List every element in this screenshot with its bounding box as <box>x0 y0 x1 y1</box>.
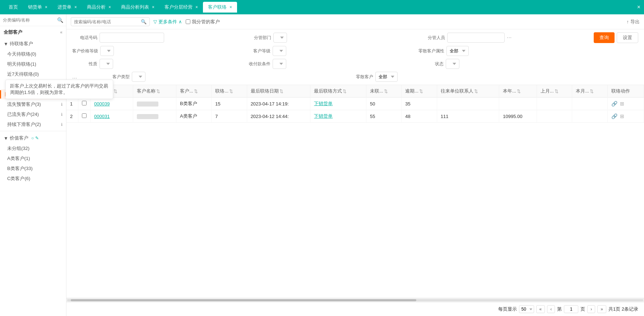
price-level-select[interactable] <box>100 46 114 56</box>
person-more-icon[interactable]: ··· <box>507 34 511 41</box>
close-product-list-icon[interactable]: × <box>152 5 154 10</box>
tab-home[interactable]: 首页 <box>4 2 23 13</box>
next-page-btn[interactable]: › <box>587 305 595 313</box>
edit-icon[interactable]: ✎ <box>35 136 39 141</box>
action-grid-icon-2[interactable]: ⊞ <box>620 113 624 119</box>
collapse-icon[interactable]: « <box>60 30 62 35</box>
sort-last-contact-date[interactable]: 最后联络日期 ⇅ <box>251 88 307 94</box>
person-input[interactable] <box>447 33 505 43</box>
sidebar-item-classA[interactable]: A类客户(1) <box>0 154 66 164</box>
customer-code-link-1[interactable]: 000039 <box>94 101 110 107</box>
sidebar-item-tomorrow[interactable]: 明天待联络(1) <box>0 59 66 69</box>
tab-customer-segment-label: 客户分层经营 <box>165 4 193 10</box>
sidebar-item-7days[interactable]: 近7天待联络(0) <box>0 69 66 79</box>
cell-checkbox-1 <box>78 98 91 110</box>
tab-product-list[interactable]: 商品分析列表 × <box>116 2 159 13</box>
prev-page-btn[interactable]: ‹ <box>547 305 555 313</box>
last-method-link-1[interactable]: 下销货单 <box>314 101 333 106</box>
close-customer-contact-icon[interactable]: × <box>230 5 232 10</box>
retail-select[interactable]: 全部 <box>375 72 398 82</box>
cell-num-2: 2 <box>66 110 78 123</box>
edit-value-group-icon[interactable]: ○ <box>31 136 34 141</box>
action-grid-icon-1[interactable]: ⊞ <box>620 101 624 107</box>
close-sales-icon[interactable]: × <box>45 5 47 10</box>
customer-type-select[interactable] <box>132 72 145 82</box>
window-close-btn[interactable]: × <box>637 4 640 10</box>
per-page-select[interactable]: 50 <box>519 305 534 313</box>
tab-purchase[interactable]: 进货单 × <box>52 2 82 13</box>
row-checkbox-1[interactable] <box>82 101 87 105</box>
search-input[interactable] <box>74 19 139 24</box>
customer-name-blur-1 <box>137 102 158 107</box>
more-row-icon[interactable]: ... <box>72 74 77 80</box>
sort-overdue-icon: ⇅ <box>419 89 423 94</box>
value-group-header[interactable]: ▼ 价值客户 ○ ✎ <box>0 133 66 143</box>
tab-customer-segment[interactable]: 客户分层经营 × <box>159 2 203 13</box>
query-button[interactable]: 查询 <box>594 32 615 43</box>
my-customers-checkbox[interactable]: 我分管的客户 <box>186 19 220 25</box>
customer-level-select[interactable] <box>273 46 286 56</box>
close-customer-segment-icon[interactable]: × <box>195 5 198 10</box>
sort-category[interactable]: 客户... ⇅ <box>180 88 208 94</box>
sidebar-search-icon[interactable]: 🔍 <box>57 17 63 23</box>
payment-select[interactable] <box>273 59 286 69</box>
filter-bar: 🔍 ▽ 更多条件 ∧ 我分管的客户 ↑ 导出 <box>66 14 644 29</box>
gender-select[interactable] <box>99 59 113 69</box>
tab-product-analysis[interactable]: 商品分析 × <box>82 2 116 13</box>
page-input[interactable] <box>564 305 578 313</box>
sidebar-search-input[interactable] <box>3 18 57 23</box>
sort-contacts[interactable]: 联络... ⇅ <box>215 88 243 94</box>
th-overdue: 逾期... ⇅ <box>402 85 437 98</box>
sort-this-month-icon: ⇅ <box>590 89 594 94</box>
sort-name[interactable]: 客户名称 ⇅ <box>137 88 172 94</box>
sort-unread[interactable]: 未联... ⇅ <box>370 88 398 94</box>
cell-name-2 <box>133 110 176 123</box>
sidebar-item-classC[interactable]: C类客户(6) <box>0 174 66 184</box>
th-this-year: 本年... ⇅ <box>499 85 537 98</box>
export-btn[interactable]: ↑ 导出 <box>627 19 640 25</box>
sort-last-month[interactable]: 上月... ⇅ <box>541 88 568 94</box>
last-method-link-2[interactable]: 下销货单 <box>314 113 333 119</box>
cell-category-2: A类客户 <box>176 110 211 123</box>
action-link-icon-1[interactable]: 🔗 <box>611 101 617 107</box>
sort-overdue[interactable]: 逾期... ⇅ <box>405 88 433 94</box>
settings-button[interactable]: 设置 <box>617 32 638 43</box>
sort-last-month-icon: ⇅ <box>555 89 559 94</box>
sidebar-item-lost[interactable]: 已流失客户(24) ℹ <box>0 109 66 119</box>
sort-this-month[interactable]: 本月... ⇅ <box>576 88 603 94</box>
sort-history[interactable]: 往来单位联系人 ⇅ <box>441 88 496 94</box>
customer-code-link-2[interactable]: 000031 <box>94 114 110 119</box>
close-product-analysis-icon[interactable]: × <box>108 5 111 10</box>
first-page-btn[interactable]: « <box>536 305 545 313</box>
tab-customer-contact-label: 客户联络 <box>208 4 227 10</box>
tab-sales[interactable]: 销货单 × <box>23 2 52 13</box>
sidebar-item-classB[interactable]: B类客户(33) <box>0 164 66 174</box>
my-customers-check[interactable] <box>186 19 190 24</box>
scroll-thumb[interactable] <box>71 299 416 301</box>
action-link-icon-2[interactable]: 🔗 <box>611 113 617 119</box>
group-pending-contact[interactable]: ▼ 待联络客户 <box>0 38 66 49</box>
tab-customer-contact[interactable]: 客户联络 × <box>203 2 237 13</box>
sort-this-year[interactable]: 本年... ⇅ <box>503 88 533 94</box>
sidebar-item-declining[interactable]: 持续下滑客户(2) ℹ <box>0 119 66 129</box>
all-customers-header[interactable]: 全部客户 « <box>0 26 66 38</box>
filter-row-4: ... 客户类型 零散客户 全部 <box>72 72 638 82</box>
dept-select[interactable] <box>273 33 287 43</box>
sort-method[interactable]: 最后联络方式 ⇅ <box>314 88 362 94</box>
sidebar-item-ungroup[interactable]: 未分组(32) <box>0 143 66 154</box>
person-label: 分管人员 <box>420 35 445 41</box>
cell-action-1: 🔗 ⊞ <box>607 98 644 110</box>
sort-unread-icon: ⇅ <box>384 89 388 94</box>
retail-attr-select[interactable]: 全部 <box>446 46 469 56</box>
horizontal-scrollbar[interactable] <box>66 298 644 302</box>
sidebar-item-lost-warning[interactable]: 流失预警客户(3) ℹ <box>0 99 66 109</box>
sort-contacts-icon: ⇅ <box>229 89 233 94</box>
sidebar-item-today[interactable]: 今天待联络(0) <box>0 49 66 59</box>
last-page-btn[interactable]: » <box>597 305 606 313</box>
arrow-icon: ▼ <box>4 41 8 47</box>
more-conditions-btn[interactable]: ▽ 更多条件 ∧ <box>153 19 182 25</box>
phone-input[interactable] <box>99 33 164 43</box>
status-select[interactable] <box>446 59 459 69</box>
close-purchase-icon[interactable]: × <box>74 5 77 10</box>
row-checkbox-2[interactable] <box>82 113 87 118</box>
